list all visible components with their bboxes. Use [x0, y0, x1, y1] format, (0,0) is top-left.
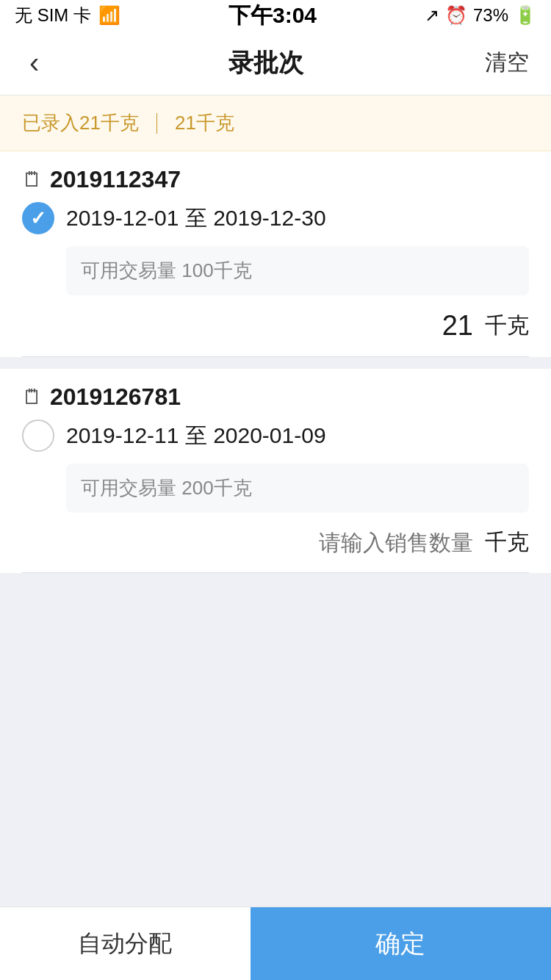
batch-avail-box-1: 可用交易量 100千克 [66, 246, 529, 295]
confirm-button[interactable]: 确定 [251, 907, 551, 980]
status-time: 下午3:04 [228, 1, 317, 31]
radio-unselected-2[interactable] [22, 419, 54, 452]
entered-label: 已录入21千克 [22, 110, 139, 136]
batch-amount-row-2: 千克 [22, 513, 529, 573]
batch-avail-text-2: 可用交易量 200千克 [81, 477, 252, 499]
batch-date-2: 2019-12-11 至 2020-01-09 [66, 421, 326, 451]
batch-amount-row-1: 千克 [22, 295, 529, 357]
batch-date-row-2: 2019-12-11 至 2020-01-09 [22, 419, 529, 452]
status-bar: 无 SIM 卡 📶 下午3:04 ↗ ⏰ 73% 🔋 [0, 0, 551, 31]
batch-date-row-1: 2019-12-01 至 2019-12-30 [22, 202, 529, 234]
battery-icon: 🔋 [514, 5, 536, 26]
batch-icon-1: 🗒 [22, 167, 43, 192]
wifi-icon: 📶 [98, 5, 120, 26]
batch-id-2: 2019126781 [50, 383, 181, 411]
batch-date-1: 2019-12-01 至 2019-12-30 [66, 203, 326, 234]
radio-selected-1[interactable] [22, 202, 54, 234]
clear-button[interactable]: 清空 [485, 48, 529, 78]
batch-amount-input-2[interactable] [282, 530, 473, 555]
nav-bar: ‹ 录批次 清空 [0, 31, 551, 96]
batch-icon-2: 🗒 [22, 385, 43, 409]
batch-unit-1: 千克 [485, 311, 529, 341]
batch-card-2: 🗒 2019126781 2019-12-11 至 2020-01-09 可用交… [0, 369, 551, 573]
batch-unit-2: 千克 [485, 527, 529, 558]
back-button[interactable]: ‹ [22, 39, 46, 87]
batch-card-1: 🗒 2019112347 2019-12-01 至 2019-12-30 可用交… [0, 151, 551, 357]
auto-distribute-button[interactable]: 自动分配 [0, 907, 251, 980]
signal-text: 无 SIM 卡 [15, 4, 91, 27]
empty-area [0, 573, 551, 907]
batch-amount-input-1[interactable] [385, 310, 473, 342]
summary-value: 21千克 [175, 110, 234, 136]
batch-header-1: 🗒 2019112347 [22, 166, 529, 193]
status-right: ↗ ⏰ 73% 🔋 [425, 5, 536, 26]
battery-percent: 73% [473, 5, 508, 26]
batch-header-2: 🗒 2019126781 [22, 383, 529, 411]
alarm-icon: ⏰ [445, 5, 467, 26]
bottom-bar: 自动分配 确定 [0, 907, 551, 980]
batch-id-1: 2019112347 [50, 166, 181, 193]
location-icon: ↗ [425, 5, 439, 26]
batch-avail-text-1: 可用交易量 100千克 [81, 259, 252, 281]
section-separator [0, 357, 551, 369]
summary-divider [156, 113, 157, 134]
summary-bar: 已录入21千克 21千克 [0, 96, 551, 151]
batch-avail-box-2: 可用交易量 200千克 [66, 464, 529, 513]
status-left: 无 SIM 卡 📶 [15, 4, 120, 27]
page-title: 录批次 [228, 46, 303, 80]
